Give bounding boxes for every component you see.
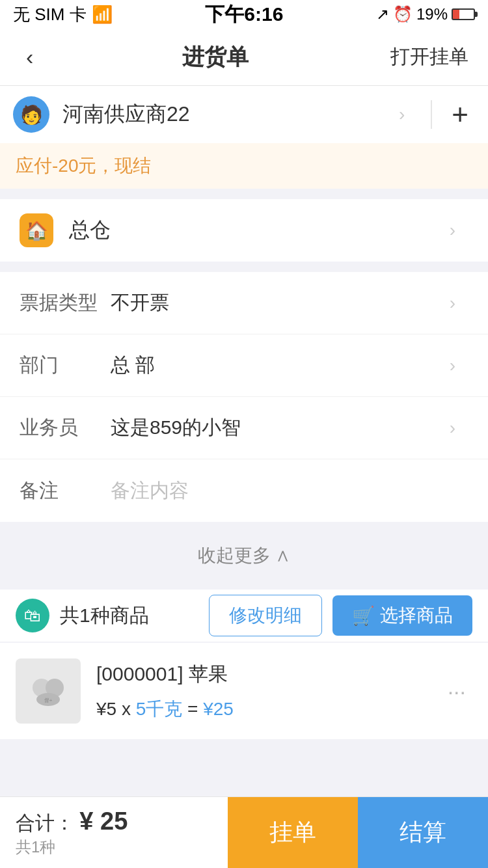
product-info: [0000001] 苹果 ¥5 x 5千克 = ¥25 [96,661,441,722]
wifi-icon: 📶 [92,5,113,25]
warehouse-section: 🏠 总仓 › [0,199,488,262]
product-header: 🛍 共1种商品 修改明细 🛒 选择商品 [0,590,488,642]
status-carrier: 无 SIM 卡 📶 [13,3,113,26]
product-thumbnail: 督+ [16,658,81,724]
dept-value: 总 部 [104,352,450,379]
dept-row[interactable]: 部门 总 部 › [0,334,488,397]
salesman-value: 这是859的小智 [104,414,450,441]
back-button[interactable]: ‹ [20,38,40,76]
supplier-section: 🧑 河南供应商22 › + [0,86,488,143]
supplier-row[interactable]: 🧑 河南供应商22 › + [0,86,488,143]
avatar-icon: 🧑 [20,104,43,126]
product-name: [0000001] 苹果 [96,661,441,688]
salesman-chevron-icon: › [450,418,455,439]
remark-row[interactable]: 备注 备注内容 [0,459,488,522]
cart-icon: 🛒 [352,605,375,627]
collapse-toggle[interactable]: 收起更多 ∧ [0,532,488,579]
invoice-label: 票据类型 [20,290,104,316]
open-pending-button[interactable]: 打开挂单 [390,44,468,70]
warehouse-chevron-icon: › [450,220,455,241]
checkout-button[interactable]: 结算 [358,797,488,868]
alarm-icon: ⏰ [393,5,413,23]
total-label: 合计： ¥ 25 [16,812,128,834]
warehouse-icon: 🏠 [20,213,53,247]
product-cart-icon: 🛍 [16,599,49,632]
supplier-chevron-icon: › [399,104,405,125]
supplier-name: 河南供应商22 [62,100,399,129]
status-time: 下午6:16 [205,1,283,28]
invoice-row[interactable]: 票据类型 不开票 › [0,272,488,334]
total-info: 合计： ¥ 25 共1种 [0,797,228,868]
salesman-label: 业务员 [20,414,104,441]
svg-text:督+: 督+ [44,698,53,703]
bottom-actions: 挂单 结算 [228,797,488,868]
invoice-chevron-icon: › [450,293,455,314]
supplier-avatar: 🧑 [13,96,49,133]
product-card: 督+ [0000001] 苹果 ¥5 x 5千克 = ¥25 ··· [0,643,488,739]
page-title: 进货单 [182,42,249,72]
remark-label: 备注 [20,478,104,504]
select-product-button[interactable]: 🛒 选择商品 [332,595,472,636]
collapse-label: 收起更多 ∧ [198,543,291,568]
status-right: ↗ ⏰ 19% [376,5,475,23]
total-amount: ¥ 25 [79,807,128,835]
notice-text: 应付-20元，现结 [16,156,151,176]
product-count: 共1种商品 [60,603,209,629]
nav-bar: ‹ 进货单 打开挂单 [0,29,488,86]
salesman-row[interactable]: 业务员 这是859的小智 › [0,397,488,459]
hold-button[interactable]: 挂单 [228,797,358,868]
battery-icon [452,8,475,20]
location-icon: ↗ [376,5,389,23]
product-more-button[interactable]: ··· [441,672,472,711]
content-area: 🧑 河南供应商22 › + 应付-20元，现结 🏠 总仓 › 票据类型 不开票 … [0,86,488,828]
dept-chevron-icon: › [450,355,455,376]
remark-input[interactable]: 备注内容 [104,478,468,504]
total-count: 共1种 [16,837,212,858]
notice-banner: 应付-20元，现结 [0,143,488,189]
edit-detail-button[interactable]: 修改明细 [209,595,322,636]
form-section: 票据类型 不开票 › 部门 总 部 › 业务员 这是859的小智 › 备注 备注… [0,272,488,522]
supplier-divider [431,100,432,129]
dept-label: 部门 [20,352,104,379]
product-price: ¥5 x 5千克 = ¥25 [96,697,441,722]
total-row: 合计： ¥ 25 [16,807,212,837]
battery-percent: 19% [416,5,448,23]
status-bar: 无 SIM 卡 📶 下午6:16 ↗ ⏰ 19% [0,0,488,29]
bottom-bar: 合计： ¥ 25 共1种 挂单 结算 [0,796,488,868]
warehouse-row[interactable]: 🏠 总仓 › [0,199,488,262]
warehouse-label: 总仓 [69,216,450,245]
invoice-value: 不开票 [104,290,450,316]
add-supplier-button[interactable]: + [445,98,475,131]
